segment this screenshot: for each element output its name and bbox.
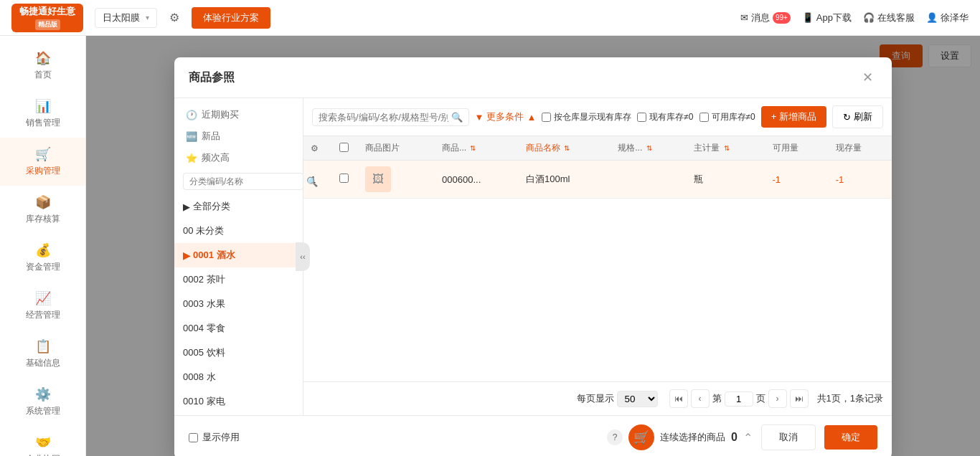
image-icon: 🖼 (372, 173, 384, 186)
chevron-down-icon: ▾ (146, 14, 149, 22)
page-number-input[interactable] (725, 391, 753, 407)
category-appliance-label: 0010 家电 (183, 395, 225, 408)
col-seq: ⚙ (303, 136, 332, 161)
col-check (332, 136, 358, 161)
search-icon[interactable]: 🔍 (451, 112, 463, 123)
message-icon: ✉ (740, 12, 748, 23)
user-menu[interactable]: 👤 徐泽华 (926, 11, 969, 24)
more-filters-button[interactable]: ▼ 更多条件 ▲ (475, 110, 537, 123)
category-tea[interactable]: 0002 茶叶 (174, 267, 303, 292)
frequent-item[interactable]: ⭐ 频次高 (174, 147, 303, 168)
filter-icon: ▼ (475, 112, 484, 123)
category-search-icon[interactable]: 🔍 (306, 176, 318, 187)
col-unit[interactable]: 主计量 ⇅ (687, 136, 765, 161)
sidebar-label-finance: 资金管理 (26, 261, 60, 273)
new-products-item[interactable]: 🆕 新品 (174, 125, 303, 147)
col-code[interactable]: 商品... ⇅ (435, 136, 519, 161)
app-logo[interactable]: 畅捷通好生意 精品版 (11, 4, 83, 32)
refresh-button[interactable]: ↻ 刷新 (832, 105, 883, 128)
col-spec[interactable]: 规格... ⇅ (611, 136, 687, 161)
category-uncategorized[interactable]: 00 未分类 (174, 219, 303, 243)
close-button[interactable]: ✕ (857, 67, 877, 87)
sidebar-item-system[interactable]: ⚙️ 系统管理 (0, 378, 85, 426)
cell-image: 🖼 (358, 161, 435, 199)
messages-button[interactable]: ✉ 消息 99+ (740, 11, 791, 24)
settings-icon[interactable]: ⚙ (163, 6, 186, 29)
add-product-button[interactable]: + 新增商品 (761, 106, 826, 128)
cell-check[interactable] (332, 161, 358, 199)
table-row[interactable]: 1 🖼 (303, 161, 892, 199)
category-uncategorized-label: 00 未分类 (183, 224, 224, 237)
avatar-icon: 👤 (926, 12, 938, 23)
clock-icon: 🕐 (186, 110, 197, 120)
cart-count: 0 (731, 431, 738, 444)
cta-button[interactable]: 体验行业方案 (192, 7, 270, 29)
usable-checkbox[interactable] (699, 113, 709, 122)
cell-available: -1 (765, 161, 829, 199)
page-size-select[interactable]: 50 100 200 (617, 391, 658, 407)
warehouse-filter-label: 按仓库显示现有库存 (554, 111, 631, 123)
category-water[interactable]: 0008 水 (174, 365, 303, 389)
next-page-button[interactable]: › (768, 389, 787, 408)
col-available: 可用量 (765, 136, 829, 161)
cart-button[interactable]: 🛒 (628, 424, 654, 450)
sidebar-item-finance[interactable]: 💰 资金管理 (0, 234, 85, 282)
navbar-right: ✉ 消息 99+ 📱 App下载 🎧 在线客服 👤 徐泽华 (740, 11, 969, 24)
show-disabled-checkbox-wrapper[interactable]: 显示停用 (189, 431, 240, 444)
sidebar-label-enterprise: 企业协同 (26, 453, 60, 456)
gear-icon[interactable]: ⚙ (311, 143, 319, 153)
col-name[interactable]: 商品名称 ⇅ (519, 136, 611, 161)
online-service-button[interactable]: 🎧 在线客服 (863, 11, 915, 24)
category-liquor[interactable]: ▶ 0001 酒水 (174, 243, 303, 267)
category-fruit-label: 0003 水果 (183, 298, 225, 310)
category-search-input[interactable] (183, 173, 303, 190)
category-fruit[interactable]: 0003 水果 (174, 292, 303, 316)
category-appliance[interactable]: 0010 家电 (174, 389, 303, 414)
finance-icon: 💰 (35, 242, 51, 258)
sidebar-item-purchase[interactable]: 🛒 采购管理 (0, 138, 85, 186)
usable-filter[interactable]: 可用库存≠0 (699, 111, 755, 123)
available-checkbox[interactable] (637, 113, 646, 122)
cancel-button[interactable]: 取消 (761, 424, 816, 450)
recent-purchases-label: 近期购买 (202, 108, 239, 121)
app-download-button[interactable]: 📱 App下载 (802, 11, 852, 24)
show-disabled-checkbox[interactable] (189, 433, 198, 442)
first-page-button[interactable]: ⏮ (669, 389, 688, 408)
dialog-overlay: 商品参照 ✕ 🕐 近期购买 🆕 新品 (86, 36, 980, 456)
prev-page-button[interactable]: ‹ (691, 389, 710, 408)
message-label: 消息 (751, 11, 770, 24)
collapse-left-panel-button[interactable]: ‹‹ (296, 242, 310, 271)
select-all-checkbox[interactable] (339, 143, 349, 152)
cart-section: ? 🛒 连续选择的商品 0 ⌃ (607, 424, 753, 450)
enterprise-icon: 🤝 (35, 434, 51, 450)
product-search-input[interactable] (319, 112, 448, 123)
col-stock: 现存量 (829, 136, 892, 161)
last-page-button[interactable]: ⏭ (790, 389, 809, 408)
sidebar-label-purchase: 采购管理 (26, 165, 60, 177)
category-snack[interactable]: 0004 零食 (174, 316, 303, 341)
navbar: 畅捷通好生意 精品版 日太阳膜 ▾ ⚙ 体验行业方案 ✉ 消息 99+ 📱 Ap… (0, 0, 980, 36)
sidebar-item-basic-info[interactable]: 📋 基础信息 (0, 330, 85, 378)
warehouse-checkbox[interactable] (542, 113, 551, 122)
store-selector[interactable]: 日太阳膜 ▾ (95, 8, 157, 28)
sidebar-item-inventory[interactable]: 📦 库存核算 (0, 186, 85, 234)
warehouse-filter[interactable]: 按仓库显示现有库存 (542, 111, 631, 123)
product-reference-dialog: 商品参照 ✕ 🕐 近期购买 🆕 新品 (174, 57, 892, 456)
sidebar-item-sales[interactable]: 📊 销售管理 (0, 90, 85, 138)
new-icon: 🆕 (186, 131, 197, 142)
collapse-icon[interactable]: ⌃ (743, 431, 753, 445)
category-all[interactable]: ▶ 全部分类 (174, 194, 303, 219)
confirm-button[interactable]: 确定 (824, 425, 877, 450)
help-icon[interactable]: ? (607, 429, 623, 445)
sidebar-item-home[interactable]: 🏠 首页 (0, 42, 85, 90)
available-filter[interactable]: 现有库存≠0 (637, 111, 693, 123)
sidebar-item-enterprise[interactable]: 🤝 企业协同 (0, 426, 85, 456)
sidebar-item-business[interactable]: 📈 经营管理 (0, 282, 85, 330)
show-disabled-label: 显示停用 (202, 431, 240, 444)
recent-purchases-item[interactable]: 🕐 近期购买 (174, 104, 303, 125)
row-checkbox[interactable] (339, 174, 349, 183)
logo-badge: 精品版 (35, 19, 60, 30)
purchase-icon: 🛒 (35, 146, 51, 162)
arrow-right-icon: ▶ (183, 201, 190, 212)
category-beverage[interactable]: 0005 饮料 (174, 341, 303, 365)
